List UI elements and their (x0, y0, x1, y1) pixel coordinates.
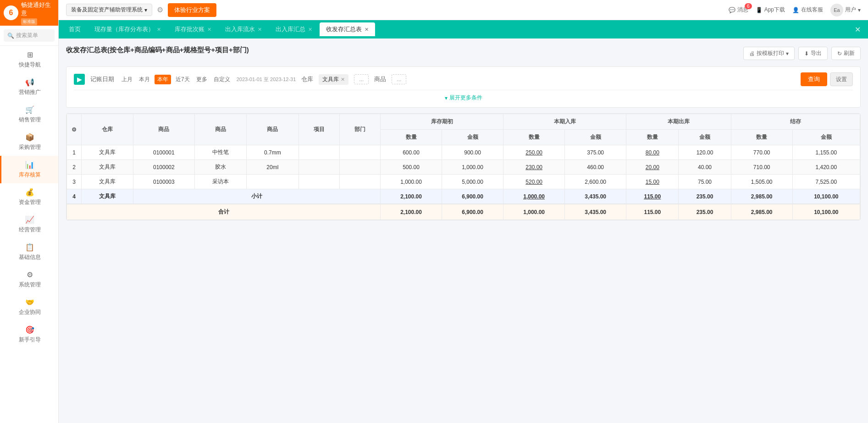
messages-button[interactable]: 💬 消息 6 (729, 6, 748, 14)
avatar: Ea (830, 4, 843, 16)
tab-label: 出入库流水 (225, 25, 255, 33)
sidebar-item-enterprise[interactable]: 🤝 企业协同 (0, 293, 58, 321)
sidebar-item-sales[interactable]: 🛒 销售管理 (0, 101, 58, 128)
expand-more-button[interactable]: ▾ 展开更多条件 (445, 94, 482, 102)
sidebar-item-basic-info[interactable]: 📋 基础信息 (0, 238, 58, 266)
row-project (299, 145, 339, 160)
goods-spec-col-header: 商品 (246, 114, 299, 145)
refresh-icon: ↻ (837, 50, 842, 57)
system-name: 装备及固定资产辅助管理系统 (71, 6, 143, 14)
tab-recv-send-summary[interactable]: 收发存汇总表 ✕ (320, 22, 375, 36)
tab-label: 库存批次账 (175, 25, 205, 33)
dropdown-icon: ▾ (144, 7, 147, 13)
tab-close-icon[interactable]: ✕ (258, 27, 262, 33)
system-selector[interactable]: 装备及固定资产辅助管理系统 ▾ (66, 4, 152, 16)
tab-close-icon[interactable]: ✕ (157, 27, 161, 33)
filter-expand-button[interactable]: ▶ (74, 74, 85, 85)
curr-month-btn[interactable]: 本月 (137, 75, 152, 84)
warehouse-tag: 文具库 ✕ (319, 74, 348, 85)
query-button[interactable]: 查询 (801, 72, 827, 86)
goods-filter-label: 商品 (374, 75, 386, 83)
sidebar-item-marketing[interactable]: 📢 营销推广 (0, 73, 58, 101)
subtotal-out-qty[interactable]: 115.00 (626, 189, 679, 204)
app-download-button[interactable]: 📱 App下载 (756, 6, 785, 14)
tab-close-icon[interactable]: ✕ (308, 27, 312, 33)
refresh-button[interactable]: ↻ 刷新 (831, 47, 861, 60)
total-in-amt: 3,435.00 (565, 204, 626, 220)
sidebar-item-label: 资金管理 (19, 198, 41, 206)
row-in-qty[interactable]: 230.00 (503, 160, 565, 175)
bal-qty-header: 数量 (731, 130, 792, 145)
online-service-button[interactable]: 👤 在线客服 (792, 6, 823, 14)
tab-home[interactable]: 首页 (62, 22, 87, 36)
marketing-icon: 📢 (25, 78, 34, 87)
week-btn[interactable]: 近7天 (174, 75, 192, 84)
date-range-display: 2023-01-01 至 2023-12-31 (237, 76, 296, 83)
row-goods-name: 胶水 (194, 160, 246, 175)
row-in-amt: 2,600.00 (565, 175, 626, 189)
sidebar-item-purchase[interactable]: 📦 采购管理 (0, 128, 58, 156)
search-menu-button[interactable]: 🔍 搜索菜单 (4, 29, 55, 42)
tab-close-icon[interactable]: ✕ (207, 27, 211, 33)
row-out-amt: 40.00 (679, 160, 731, 175)
refresh-btn-label: 刷新 (844, 49, 855, 57)
sidebar-item-label: 快捷导航 (19, 61, 41, 69)
subtotal-no: 4 (67, 189, 82, 204)
row-no: 3 (67, 175, 82, 189)
data-table: ⚙ 仓库 商品 商品 商品 项目 部门 库存期初 本期入库 本期出库 结存 (66, 114, 860, 220)
row-in-qty[interactable]: 520.00 (503, 175, 565, 189)
row-project (299, 160, 339, 175)
settings-button[interactable]: 设置 (830, 72, 853, 86)
page-title: 收发存汇总表(按仓库+商品编码+商品+规格型号+项目+部门) (66, 46, 249, 55)
row-in-qty[interactable]: 250.00 (503, 145, 565, 160)
print-template-button[interactable]: 🖨 按模板打印 ▾ (743, 47, 795, 60)
tab-batch-account[interactable]: 库存批次账 ✕ (168, 22, 218, 36)
row-warehouse: 文具库 (82, 160, 133, 175)
user-menu[interactable]: Ea 用户 ▾ (830, 4, 861, 16)
settings-icon[interactable]: ⚙ (157, 5, 163, 14)
sidebar-search-area: 🔍 搜索菜单 (0, 26, 58, 46)
tab-close-icon[interactable]: ✕ (365, 27, 369, 33)
total-in-qty: 1,000.00 (503, 204, 565, 220)
service-icon: 👤 (792, 7, 799, 13)
sidebar-item-guide[interactable]: 🎯 新手引导 (0, 321, 58, 348)
warehouse-tag-text: 文具库 (322, 76, 339, 83)
warehouse-more-button[interactable]: ... (354, 74, 369, 84)
tab-inventory-dist[interactable]: 现存量（库存分布表） ✕ (88, 22, 167, 36)
row-out-qty[interactable]: 15.00 (626, 175, 679, 189)
tab-label: 出入库汇总 (276, 25, 305, 33)
total-begin-amt: 6,900.00 (442, 204, 503, 220)
sidebar-item-label: 基础信息 (19, 253, 41, 261)
sidebar-nav: ⊞ 快捷导航 📢 营销推广 🛒 销售管理 📦 采购管理 📊 库存核算 💰 资金管… (0, 46, 58, 423)
message-icon: 💬 (729, 7, 735, 13)
tab-in-out-flow[interactable]: 出入库流水 ✕ (219, 22, 268, 36)
curr-year-btn[interactable]: 本年 (155, 75, 171, 84)
sidebar-item-system[interactable]: ⚙ 系统管理 (0, 266, 58, 293)
row-bal-qty: 710.00 (731, 160, 792, 175)
row-out-qty[interactable]: 80.00 (626, 145, 679, 160)
table-settings-icon[interactable]: ⚙ (72, 126, 77, 133)
export-button[interactable]: ⬇ 导出 (798, 47, 828, 60)
subtotal-bal-qty: 2,985.00 (731, 189, 792, 204)
row-begin-qty: 600.00 (381, 145, 442, 160)
row-warehouse: 文具库 (82, 175, 133, 189)
table-row: 2 文具库 0100002 胶水 20ml 500.00 1,000.00 23… (67, 160, 860, 175)
custom-date-btn[interactable]: 自定义 (212, 75, 232, 84)
tab-in-out-summary[interactable]: 出入库汇总 ✕ (269, 22, 319, 36)
prev-month-btn[interactable]: 上月 (120, 75, 134, 84)
total-begin-qty: 2,100.00 (381, 204, 442, 220)
sidebar-item-quick-nav[interactable]: ⊞ 快捷导航 (0, 46, 58, 73)
row-out-amt: 120.00 (679, 145, 731, 160)
sidebar-item-operations[interactable]: 📈 经营管理 (0, 211, 58, 238)
sidebar-item-inventory[interactable]: 📊 库存核算 (0, 156, 58, 183)
goods-more-button[interactable]: ... (392, 74, 406, 84)
more-date-btn[interactable]: 更多 (194, 75, 209, 84)
row-out-qty[interactable]: 20.00 (626, 160, 679, 175)
subtotal-in-qty[interactable]: 1,000.00 (503, 189, 565, 204)
tab-bar-close-button[interactable]: ✕ (851, 25, 864, 34)
logo-badge: 标准版 (21, 18, 37, 25)
sidebar-item-finance[interactable]: 💰 资金管理 (0, 183, 58, 211)
warehouse-tag-close[interactable]: ✕ (341, 77, 345, 82)
experience-button[interactable]: 体验行业方案 (168, 3, 216, 17)
bal-amt-header: 金额 (792, 130, 860, 145)
